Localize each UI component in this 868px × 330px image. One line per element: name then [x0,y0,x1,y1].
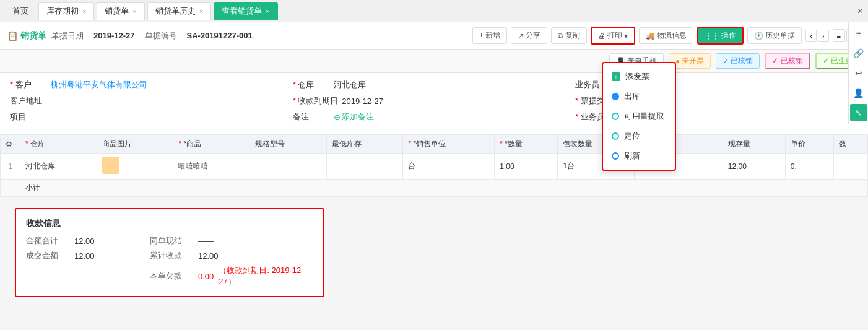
project-field: 项目 —— [10,111,293,123]
nav-next[interactable]: › [818,30,829,42]
row-product: 嘻嘻嘻嘻 [173,154,250,180]
history-button[interactable]: 🕐 历史单据 [747,27,802,44]
th-settings[interactable]: ⚙ [1,135,20,154]
right-icon-4[interactable]: 👤 [850,84,867,102]
form-row-2: 客户地址 —— 收款到期日 2019-12-27 票据类型 不开票 [10,95,858,106]
print-label: 打印 [607,30,622,41]
warehouse-value: 河北仓库 [334,79,366,90]
dropdown-locate[interactable]: 定位 [603,126,675,146]
available-label: 可用量提取 [624,111,664,122]
not-open-label: 未开票 [682,56,704,66]
tab-sales-history-close[interactable]: × [199,7,203,15]
row-more [833,154,867,180]
tab-sales-close[interactable]: × [132,7,136,15]
nav-prev[interactable]: ‹ [805,30,817,42]
payment-info-title: 收款信息 [26,218,313,229]
tab-view-sales-close[interactable]: × [266,7,269,15]
address-label: 客户地址 [10,95,47,106]
locate-label: 定位 [624,131,640,142]
payment-date-label: 收款到期日 [293,95,339,106]
amount-value: 12.00 [74,237,95,246]
table-row: 1 河北仓库 嘻嘻嘻嘻 台 1.00 1台 12.00 0. [1,154,868,180]
th-min-stock: 最低库存 [326,135,403,154]
tab-view-sales[interactable]: 查看销货单 × [214,2,277,20]
subtotal-empty [1,180,20,197]
tab-sales-history-label: 销货单历史 [155,6,196,17]
dropdown-available[interactable]: 可用量提取 [603,106,675,126]
dropdown-refresh[interactable]: 刷新 [603,146,675,166]
locate-icon [612,132,619,140]
th-product: *商品 [173,135,250,154]
operation-button[interactable]: ⋮⋮ 操作 [697,27,744,45]
share-icon: ↗ [518,32,524,40]
trade-amount-row: 成交金额 12.00 [26,250,150,261]
same-order-value: —— [198,237,214,246]
row-sales-unit: 台 [403,154,495,180]
tab-home[interactable]: 首页 [5,2,36,20]
row-product-img [97,154,173,180]
note-add-button[interactable]: ⊕ 添加备注 [334,111,374,123]
sold-button[interactable]: ✓ 已核销 [765,53,810,69]
empty-row [26,265,150,287]
th-warehouse: 仓库 [20,135,97,154]
share-button[interactable]: ↗ 分享 [511,27,547,44]
subtotal-label: 小计 [20,180,868,197]
right-icon-1[interactable]: ≡ [850,25,867,42]
current-owe-label: 本单欠款 [150,271,193,282]
tab-inventory-close[interactable]: × [82,7,86,15]
current-owe-row: 本单欠款 0.00 （收款到期日: 2019-12-27） [150,265,305,287]
customer-value[interactable]: 柳州粤港平安气体有限公司 [51,79,147,90]
sub-toolbar: 📱 来自手机 ● 未开票 ✓ 已核销 ✓ 已核销 ✓ 已生效 [0,50,868,73]
table-section: ⚙ 仓库 商品图片 *商品 规格型号 最低库存 *销售单位 *数量 包装数量 可… [0,134,868,197]
doc-no-value: SA-20191227-001 [187,31,253,40]
right-icon-2[interactable]: 🔗 [850,45,867,62]
print-button[interactable]: 🖨 打印 ▾ [591,27,635,45]
amount-row: 金额合计 12.00 [26,235,150,246]
right-icon-3[interactable]: ↩ [850,64,867,82]
payment-info-grid: 金额合计 12.00 同单现结 —— 成交金额 12.00 累计收款 12.00 [26,235,313,287]
nav-arrows: ‹ › [805,30,828,42]
note-label: 备注 [293,111,330,123]
note-add-label: 添加备注 [342,111,374,123]
check-label: 已核销 [731,56,753,66]
brand-icon: 📋 [7,31,18,41]
warehouse-field: 仓库 河北仓库 [293,79,576,90]
doc-date-value: 2019-12-27 [93,31,135,40]
new-button[interactable]: + 新增 [472,27,507,44]
form-row-1: 客户 柳州粤港平安气体有限公司 仓库 河北仓库 业务员 演示账号 [10,79,858,90]
tab-sales[interactable]: 销货单 × [97,2,144,20]
outbound-icon [612,93,619,100]
tab-sales-history[interactable]: 销货单历史 × [147,2,211,20]
th-more: 数 [833,135,867,154]
logistics-label: 物流信息 [657,30,687,41]
payment-date-value: 2019-12-27 [342,97,383,106]
right-panel: ≡ 🔗 ↩ 👤 ⤡ [848,22,868,124]
row-quantity: 1.00 [495,154,558,180]
window-close-icon[interactable]: × [857,6,863,17]
payment-info-box: 收款信息 金额合计 12.00 同单现结 —— 成交金额 12.00 累计收款 … [15,208,324,297]
same-order-row: 同单现结 —— [150,235,305,246]
project-label: 项目 [10,111,47,123]
logistics-button[interactable]: 🚚 物流信息 [639,27,693,44]
tab-inventory[interactable]: 库存期初 × [38,2,94,20]
data-table: ⚙ 仓库 商品图片 *商品 规格型号 最低库存 *销售单位 *数量 包装数量 可… [0,134,868,197]
same-order-label: 同单现结 [150,235,193,246]
tab-home-label: 首页 [12,6,28,17]
print-icon: 🖨 [598,32,605,40]
dropdown-outbound[interactable]: 出库 [603,87,675,106]
table-header-row: ⚙ 仓库 商品图片 *商品 规格型号 最低库存 *销售单位 *数量 包装数量 可… [1,135,868,154]
product-image [102,157,119,174]
amount-label: 金额合计 [26,235,69,246]
row-stock: 12.00 [723,154,785,180]
copy-button[interactable]: ⧉ 复制 [551,27,587,44]
check-button[interactable]: ✓ 已核销 [716,53,760,69]
right-icon-5[interactable]: ⤡ [850,104,867,121]
sold-icon: ✓ [772,56,778,65]
doc-date-label: 单据日期 [51,30,84,41]
th-quantity: *数量 [495,135,558,154]
customer-field: 客户 柳州粤港平安气体有限公司 [10,79,293,90]
page-container: 首页 库存期初 × 销货单 × 销货单历史 × 查看销货单 × × 📋 销货单 … [0,0,868,330]
th-stock: 现存量 [723,135,785,154]
dropdown-add-invoice[interactable]: + 添发票 [603,67,675,87]
view-list-icon[interactable]: ≡ [833,29,845,42]
